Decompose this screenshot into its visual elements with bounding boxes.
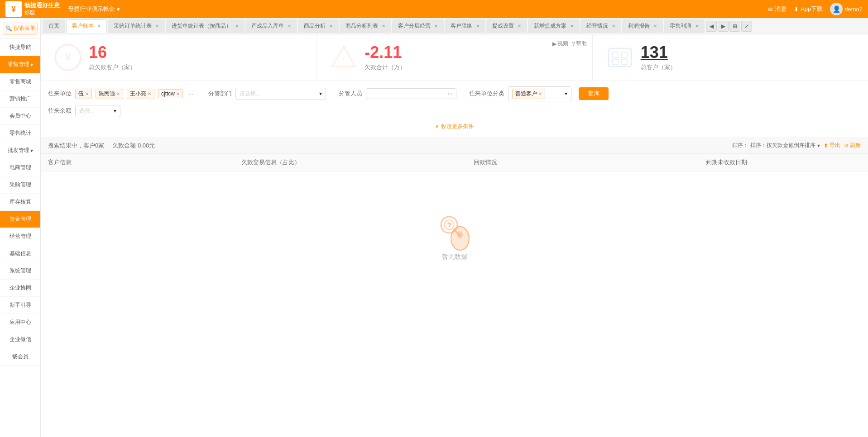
tab-close-retail-profit[interactable]: ✕ xyxy=(695,24,699,28)
collapse-button[interactable]: ∧ 收起更多条件 xyxy=(48,121,861,132)
dept-select[interactable]: 请选择... ▾ xyxy=(235,88,326,100)
video-help-button[interactable]: ▶ 视频 xyxy=(552,40,568,48)
card-icon-customers xyxy=(606,44,633,71)
manual-help-button[interactable]: ? 帮助 xyxy=(572,40,587,48)
col-header-repay: 回款情况 xyxy=(474,158,706,166)
tab-close-product-analysis-list[interactable]: ✕ xyxy=(382,24,385,28)
app-download-button[interactable]: ⬇ App下载 xyxy=(794,5,823,13)
tab-product-inbound[interactable]: 产成品入库单 ✕ xyxy=(245,19,297,33)
refresh-button[interactable]: ↺ 刷新 xyxy=(844,142,861,149)
empty-text: 暂无数据 xyxy=(442,253,467,261)
balance-select[interactable]: 选择... ▾ xyxy=(75,105,120,117)
sidebar-item-newbie[interactable]: 新手引导 xyxy=(0,297,40,314)
sidebar-item-basic[interactable]: 基础信息 xyxy=(0,245,40,262)
debt-total-number: -2.11 xyxy=(364,43,406,62)
remove-tag-t2[interactable]: ✕ xyxy=(116,91,120,96)
filter-row-balance: 往来余额 选择... ▾ xyxy=(48,105,861,117)
result-info: 搜索结果中，客户0家 欠款金额 0.00元 xyxy=(48,142,155,150)
sidebar-item-system[interactable]: 系统管理 xyxy=(0,262,40,280)
filter-area: 往来单位 伍 ✕ 陈民强 ✕ 王小亮 ✕ xyxy=(41,81,868,138)
svg-rect-5 xyxy=(613,52,618,57)
total-customers-number: 131 xyxy=(641,43,676,62)
sidebar-item-wecom[interactable]: 企业微信 xyxy=(0,331,40,348)
tab-purchase-order[interactable]: 采购订单统计表 ✕ xyxy=(108,19,165,33)
tab-inbound-stats[interactable]: 进货单统计表（按商品） ✕ xyxy=(166,19,245,33)
svg-text:¥: ¥ xyxy=(64,51,71,63)
tab-fullscreen-button[interactable]: ⤢ xyxy=(741,21,752,32)
sidebar-item-ecommerce[interactable]: 电商管理 xyxy=(0,159,40,176)
filter-tag-t1[interactable]: 伍 ✕ xyxy=(75,89,92,99)
tab-close-product-analysis[interactable]: ✕ xyxy=(329,24,333,28)
remove-tag-t1[interactable]: ✕ xyxy=(85,91,89,96)
search-menu-button[interactable]: 🔍 搜索菜单 xyxy=(3,22,38,35)
sidebar-item-purchase[interactable]: 采购管理 xyxy=(0,176,40,194)
filter-tag-t4[interactable]: cjttcw ✕ xyxy=(158,89,183,98)
svg-rect-4 xyxy=(609,48,631,66)
unit-type-select[interactable]: 普通客户 ✕ ▾ xyxy=(508,86,571,101)
unit-filter-label: 往来单位 xyxy=(48,90,72,98)
export-icon: ⬆ xyxy=(824,142,828,149)
total-customers-label: 总客户（家） xyxy=(641,63,676,71)
tab-close-customer-segment[interactable]: ✕ xyxy=(434,24,438,28)
query-button[interactable]: 查询 xyxy=(579,87,609,100)
remove-unit-type[interactable]: ✕ xyxy=(538,91,542,96)
sidebar-item-collab[interactable]: 企业协同 xyxy=(0,280,40,297)
tab-retail-profit[interactable]: 零售利润 ✕ xyxy=(664,19,705,33)
svg-rect-7 xyxy=(613,59,618,65)
sidebar-item-member[interactable]: 会员中心 xyxy=(0,108,40,125)
sidebar-item-ops[interactable]: 经营管理 xyxy=(0,228,40,245)
sidebar-item-quicknav[interactable]: 快捷导航 xyxy=(0,39,40,56)
tab-next-button[interactable]: ▶ xyxy=(718,21,729,32)
remove-tag-t3[interactable]: ✕ xyxy=(148,91,151,96)
tab-product-analysis[interactable]: 商品分析 ✕ xyxy=(298,19,339,33)
tab-product-analysis-list[interactable]: 商品分析列表 ✕ xyxy=(340,19,391,33)
export-button[interactable]: ⬆ 导出 xyxy=(824,142,840,149)
tab-profit-report[interactable]: 利润报告 ✕ xyxy=(622,19,663,33)
summary-card-debt-customers: ¥ 16 总欠款客户（家） xyxy=(41,34,317,81)
filter-tag-t2[interactable]: 陈民强 ✕ xyxy=(96,89,123,99)
tab-close-promotion-settings[interactable]: ✕ xyxy=(518,24,521,28)
refresh-icon: ↺ xyxy=(844,142,849,149)
tab-close-new-promotion[interactable]: ✕ xyxy=(570,24,574,28)
tab-business-overview[interactable]: 经营情况 ✕ xyxy=(580,19,621,33)
unit-type-tag: 普通客户 ✕ xyxy=(512,89,545,99)
sidebar-item-retail[interactable]: 零售管理 ▾ xyxy=(0,56,40,73)
tab-menu-button[interactable]: ⊞ xyxy=(729,21,740,32)
chevron-down-icon: ▾ xyxy=(817,142,820,149)
help-icon: ? xyxy=(572,41,575,47)
sidebar-item-retail-stats[interactable]: 零售统计 xyxy=(0,125,40,142)
tab-close-inbound-stats[interactable]: ✕ xyxy=(235,24,239,28)
sort-select[interactable]: 排序： 排序：按欠款金额倒序排序 ▾ xyxy=(732,142,820,149)
tab-home[interactable]: 首页 xyxy=(43,19,65,33)
tab-promotion-settings[interactable]: 提成设置 ✕ xyxy=(486,19,527,33)
result-actions: 排序： 排序：按欠款金额倒序排序 ▾ ⬆ 导出 ↺ 刷新 xyxy=(732,142,861,149)
person-select[interactable]: ··· xyxy=(366,88,456,99)
user-menu[interactable]: 👤 demo2 xyxy=(830,3,863,15)
sidebar-item-finance[interactable]: 资金管理 xyxy=(0,211,40,228)
logo: ¥ 畅捷通好生意 标版 xyxy=(5,1,60,17)
debt-customers-label: 总欠款客户（家） xyxy=(89,63,136,71)
sidebar-item-appcenter[interactable]: 应用中心 xyxy=(0,314,40,331)
remove-tag-t4[interactable]: ✕ xyxy=(176,91,180,96)
tab-close-purchase-order[interactable]: ✕ xyxy=(155,24,159,28)
sidebar-item-marketing[interactable]: 营销推广 xyxy=(0,90,40,108)
filter-row-unit: 往来单位 伍 ✕ 陈民强 ✕ 王小亮 ✕ xyxy=(48,86,861,101)
tab-new-promotion[interactable]: 新增提成方案 ✕ xyxy=(528,19,580,33)
tab-close-profit-report[interactable]: ✕ xyxy=(653,24,657,28)
filter-tag-t3[interactable]: 王小亮 ✕ xyxy=(127,89,154,99)
tab-close-customer-debt[interactable]: ✕ xyxy=(97,24,101,28)
tab-close-product-inbound[interactable]: ✕ xyxy=(288,24,291,28)
sidebar-item-inventory[interactable]: 库存核算 xyxy=(0,194,40,211)
store-selector[interactable]: 母婴行业演示帐套 ▾ xyxy=(68,5,120,13)
sidebar-item-vip[interactable]: 畅会员 xyxy=(0,348,40,366)
sidebar-item-retail-mall[interactable]: 零售商城 xyxy=(0,73,40,90)
sidebar-item-wholesale[interactable]: 批发管理 ▾ xyxy=(0,142,40,159)
tab-close-business-overview[interactable]: ✕ xyxy=(612,24,615,28)
tab-close-customer-contact[interactable]: ✕ xyxy=(476,24,480,28)
filter-more-btn[interactable]: ··· xyxy=(187,89,196,98)
tab-customer-segment[interactable]: 客户分层经营 ✕ xyxy=(392,19,444,33)
tab-prev-button[interactable]: ◀ xyxy=(706,21,717,32)
messages-button[interactable]: ✉ 消息 xyxy=(768,5,786,13)
tab-customer-debt[interactable]: 客户账本 ✕ xyxy=(66,19,107,33)
tab-customer-contact[interactable]: 客户联络 ✕ xyxy=(445,19,485,33)
